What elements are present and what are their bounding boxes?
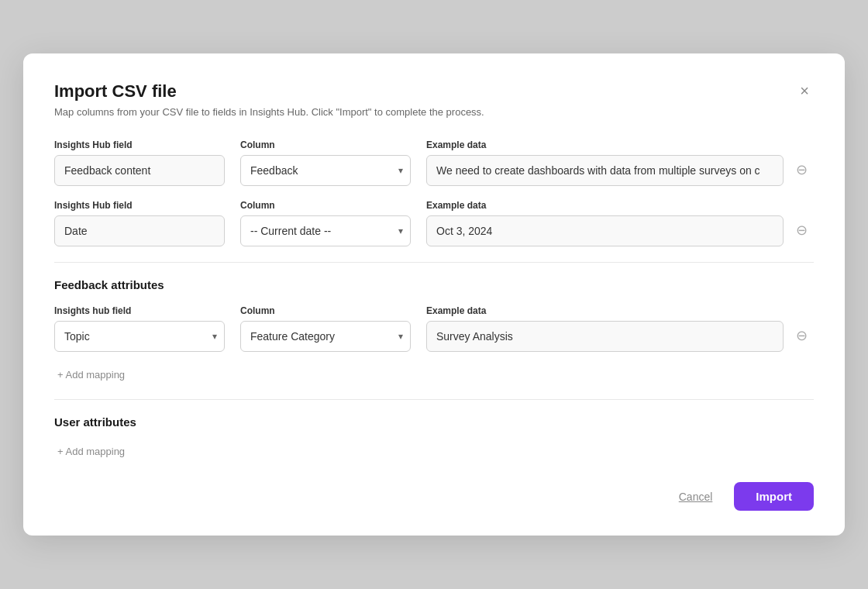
topic-hub-select-wrap: Topic Sentiment Source Priority Region ▾ xyxy=(54,321,225,352)
import-csv-dialog: Import CSV file × Map columns from your … xyxy=(23,53,845,536)
feedback-attributes-section: Feedback attributes Insights hub field T… xyxy=(54,278,814,384)
topic-hub-group: Insights hub field Topic Sentiment Sourc… xyxy=(54,305,225,352)
date-example-group: Example data ⊖ xyxy=(426,200,814,246)
feedback-content-example-label: Example data xyxy=(426,140,814,150)
date-column-select[interactable]: -- Current date -- Feedback Feature Cate… xyxy=(240,215,411,246)
feedback-content-column-select[interactable]: Feedback -- Current date -- Feature Cate… xyxy=(240,155,411,186)
remove-date-button[interactable]: ⊖ xyxy=(790,215,814,245)
feedback-content-example-input xyxy=(426,155,784,186)
cancel-button[interactable]: Cancel xyxy=(670,484,722,509)
dialog-title: Import CSV file xyxy=(54,81,177,102)
feedback-content-column-select-wrap: Feedback -- Current date -- Feature Cate… xyxy=(240,155,411,186)
topic-column-group: Column Feature Category Feedback Date Us… xyxy=(240,305,411,352)
divider-1 xyxy=(54,262,814,263)
dialog-overlay: Import CSV file × Map columns from your … xyxy=(0,0,868,589)
topic-row: Insights hub field Topic Sentiment Sourc… xyxy=(54,305,814,352)
feedback-add-mapping-label: + Add mapping xyxy=(57,369,125,381)
feedback-add-mapping-button[interactable]: + Add mapping xyxy=(54,366,125,384)
remove-feedback-content-button[interactable]: ⊖ xyxy=(790,155,814,184)
dialog-footer: Cancel Import xyxy=(54,482,814,511)
topic-hub-label: Insights hub field xyxy=(54,305,225,316)
user-add-mapping-label: + Add mapping xyxy=(57,446,125,457)
topic-example-label: Example data xyxy=(426,305,814,316)
import-button[interactable]: Import xyxy=(734,482,814,511)
date-example-input xyxy=(426,215,784,246)
topic-example-group: Example data ⊖ xyxy=(426,305,814,352)
date-hub-label: Insights Hub field xyxy=(54,200,225,211)
user-attributes-section: User attributes + Add mapping xyxy=(54,415,814,460)
feedback-content-example-group: Example data ⊖ xyxy=(426,140,814,186)
feedback-attributes-title: Feedback attributes xyxy=(54,278,814,291)
date-example-label: Example data xyxy=(426,200,814,211)
date-column-label: Column xyxy=(240,200,411,211)
feedback-content-hub-input xyxy=(54,155,225,186)
topic-example-row: ⊖ xyxy=(426,321,814,352)
feedback-content-column-label: Column xyxy=(240,140,411,150)
topic-hub-select[interactable]: Topic Sentiment Source Priority Region xyxy=(54,321,225,352)
remove-topic-button[interactable]: ⊖ xyxy=(790,321,814,350)
date-example-row: ⊖ xyxy=(426,215,814,246)
date-hub-group: Insights Hub field xyxy=(54,200,225,246)
dialog-subtitle: Map columns from your CSV file to fields… xyxy=(54,106,814,118)
user-attributes-title: User attributes xyxy=(54,415,814,429)
topic-example-input xyxy=(426,321,784,352)
feedback-content-row: Insights Hub field Column Feedback -- Cu… xyxy=(54,140,814,186)
feedback-content-hub-label: Insights Hub field xyxy=(54,140,225,150)
topic-column-select[interactable]: Feature Category Feedback Date User ID xyxy=(240,321,411,352)
date-row: Insights Hub field Column -- Current dat… xyxy=(54,200,814,246)
feedback-content-example-row: ⊖ xyxy=(426,155,814,186)
close-button[interactable]: × xyxy=(795,81,814,100)
date-hub-input xyxy=(54,215,225,246)
feedback-content-hub-group: Insights Hub field xyxy=(54,140,225,186)
date-column-select-wrap: -- Current date -- Feedback Feature Cate… xyxy=(240,215,411,246)
feedback-content-column-group: Column Feedback -- Current date -- Featu… xyxy=(240,140,411,186)
dialog-header: Import CSV file × xyxy=(54,81,814,102)
topic-column-select-wrap: Feature Category Feedback Date User ID ▾ xyxy=(240,321,411,352)
divider-2 xyxy=(54,399,814,400)
user-add-mapping-button[interactable]: + Add mapping xyxy=(54,443,125,460)
date-column-group: Column -- Current date -- Feedback Featu… xyxy=(240,200,411,246)
topic-column-label: Column xyxy=(240,305,411,316)
